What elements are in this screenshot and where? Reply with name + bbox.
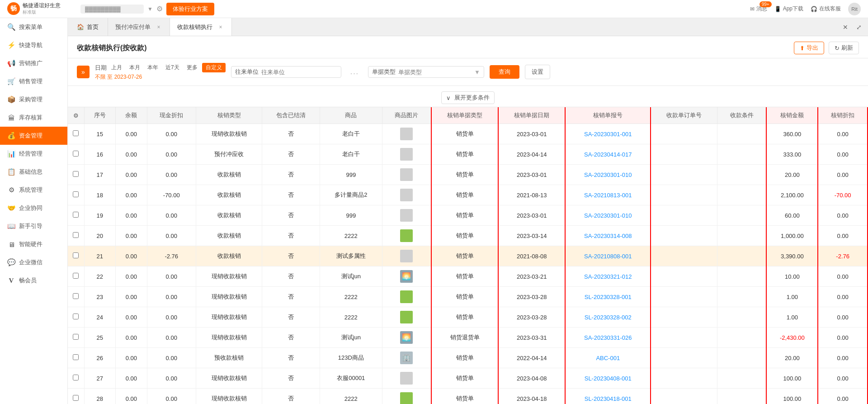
sidebar-item-search[interactable]: 🔍 搜索菜单 — [0, 18, 67, 36]
voucher-type-input[interactable] — [398, 69, 474, 76]
sidebar-item-system[interactable]: ⚙ 系统管理 — [0, 181, 67, 199]
row-checkbox[interactable] — [73, 191, 79, 197]
tab-verify-close[interactable]: × — [217, 24, 224, 31]
sidebar-item-sales[interactable]: 🛒 销售管理 — [0, 72, 67, 90]
doc-no-link[interactable]: SA-20230414-017 — [584, 151, 632, 158]
row-checkbox[interactable] — [73, 375, 79, 380]
doc-no-link[interactable]: SL-20230328-001 — [585, 294, 632, 300]
sidebar-item-guide[interactable]: 📖 新手引导 — [0, 217, 67, 235]
industry-btn[interactable]: 体验行业方案 — [166, 3, 214, 15]
page-content: 收款核销执行(按收款) ⬆ 导出 ↻ 刷新 » — [68, 36, 868, 404]
data-table: ⚙ 序号 余额 现金折扣 核销类型 包含已结清 商品 商品图片 核销单据类型 核… — [68, 107, 868, 404]
expand-more-btn[interactable]: ∨ 展开更多条件 — [441, 91, 495, 104]
date-opt-thisyear[interactable]: 本年 — [145, 63, 161, 72]
cell-gear[interactable] — [68, 226, 84, 246]
cell-gear[interactable] — [68, 185, 84, 205]
company-name[interactable]: ▓▓▓▓▓▓▓▓▓ — [80, 5, 144, 14]
doc-no-link[interactable]: ABC-001 — [596, 355, 620, 361]
sidebar-label-finance: 资金管理 — [19, 132, 42, 140]
row-checkbox[interactable] — [73, 130, 79, 136]
doc-no-link[interactable]: SA-20210813-001 — [584, 192, 632, 199]
partner-input[interactable] — [261, 69, 337, 76]
date-opt-custom[interactable]: 自定义 — [202, 63, 226, 72]
doc-no-link[interactable]: SA-20230301-010 — [584, 212, 632, 219]
gear-icon[interactable]: ⚙ — [156, 5, 163, 13]
date-opt-more[interactable]: 更多 — [184, 63, 200, 72]
row-checkbox[interactable] — [73, 395, 79, 401]
cell-product-img — [382, 287, 431, 307]
row-checkbox[interactable] — [73, 212, 79, 218]
tab-close-all-btn[interactable]: ✕ — [840, 22, 851, 33]
cell-verify-type: 现销收款核销 — [196, 307, 262, 328]
refresh-button[interactable]: ↻ 刷新 — [829, 42, 859, 54]
export-button[interactable]: ⬆ 导出 — [794, 42, 824, 54]
avatar[interactable]: Rit — [848, 3, 861, 15]
cell-gear[interactable] — [68, 389, 84, 404]
logo-icon: 畅 — [7, 2, 20, 15]
doc-no-link[interactable]: SL-20230408-001 — [585, 375, 632, 382]
cell-verify-amount: 1.00 — [766, 287, 818, 307]
dropdown-icon[interactable]: ▼ — [147, 6, 153, 12]
doc-no-link[interactable]: SL-20230418-001 — [585, 395, 632, 402]
sidebar-item-inventory[interactable]: 🏛 库存核算 — [0, 109, 67, 127]
cell-gear[interactable] — [68, 307, 84, 328]
sidebar-item-quicknav[interactable]: ⚡ 快捷导航 — [0, 36, 67, 54]
cell-gear[interactable] — [68, 165, 84, 185]
sidebar-item-basic[interactable]: 📋 基础信息 — [0, 163, 67, 181]
row-checkbox[interactable] — [73, 334, 79, 340]
sidebar-item-operations[interactable]: 📊 经营管理 — [0, 145, 67, 163]
doc-no-link[interactable]: SA-20230331-026 — [584, 334, 632, 341]
sidebar-item-marketing[interactable]: 📢 营销推广 — [0, 54, 67, 72]
doc-no-link[interactable]: SA-20230314-008 — [584, 233, 632, 239]
tab-prepay-close[interactable]: × — [155, 24, 162, 31]
table-area[interactable]: ⚙ 序号 余额 现金折扣 核销类型 包含已结清 商品 商品图片 核销单据类型 核… — [68, 107, 868, 404]
doc-no-link[interactable]: SA-20230321-012 — [584, 273, 632, 280]
tab-home[interactable]: 🏠 首页 — [68, 18, 108, 36]
cell-gear[interactable] — [68, 205, 84, 226]
sidebar-item-collab[interactable]: 🤝 企业协同 — [0, 199, 67, 217]
row-checkbox[interactable] — [73, 314, 79, 319]
cell-gear[interactable] — [68, 368, 84, 389]
message-btn[interactable]: ✉ 消息 99+ — [750, 5, 767, 13]
row-checkbox[interactable] — [73, 252, 79, 258]
row-checkbox[interactable] — [73, 232, 79, 238]
cell-receipt-condition — [717, 144, 767, 165]
row-checkbox[interactable] — [73, 293, 79, 299]
sidebar-item-purchase[interactable]: 📦 采购管理 — [0, 90, 67, 109]
tab-prepay[interactable]: 预付冲应付单 × — [108, 18, 170, 36]
query-button[interactable]: 查询 — [490, 65, 519, 79]
settings-button[interactable]: 设置 — [525, 65, 550, 79]
row-checkbox[interactable] — [73, 171, 79, 177]
row-checkbox[interactable] — [73, 354, 79, 360]
date-opt-thismonth[interactable]: 本月 — [127, 63, 143, 72]
doc-no-link[interactable]: SA-20230301-001 — [584, 131, 632, 138]
filter-expand-arrow[interactable]: » — [77, 66, 90, 78]
cell-gear[interactable] — [68, 328, 84, 348]
date-opt-7days[interactable]: 近7天 — [163, 63, 182, 72]
tab-expand-btn[interactable]: ⤢ — [854, 22, 864, 33]
cell-gear[interactable] — [68, 124, 84, 144]
cell-gear[interactable] — [68, 246, 84, 266]
sidebar-item-finance[interactable]: 💰 资金管理 — [0, 127, 67, 145]
online-service-btn[interactable]: 🎧 在线客服 — [811, 5, 841, 13]
cell-gear[interactable] — [68, 144, 84, 165]
cell-product-img — [382, 307, 431, 328]
cell-product-img — [382, 246, 431, 266]
cell-cash-discount: 0.00 — [147, 205, 196, 226]
voucher-type-dropdown-icon[interactable]: ▼ — [474, 69, 480, 76]
row-checkbox[interactable] — [73, 151, 79, 157]
cell-gear[interactable] — [68, 348, 84, 368]
col-gear[interactable]: ⚙ — [68, 107, 84, 124]
sidebar-item-member[interactable]: V 畅会员 — [0, 271, 67, 290]
tab-verify[interactable]: 收款核销执行 × — [170, 18, 232, 36]
cell-gear[interactable] — [68, 266, 84, 287]
doc-no-link[interactable]: SL-20230328-002 — [585, 314, 632, 321]
app-download-btn[interactable]: 📱 App下载 — [774, 5, 803, 13]
date-opt-lastmonth[interactable]: 上月 — [108, 63, 125, 72]
row-checkbox[interactable] — [73, 273, 79, 279]
doc-no-link[interactable]: SA-20230301-010 — [584, 171, 632, 178]
sidebar-item-wechat[interactable]: 💬 企业微信 — [0, 253, 67, 271]
sidebar-item-hardware[interactable]: 🖥 智能硬件 — [0, 235, 67, 253]
cell-gear[interactable] — [68, 287, 84, 307]
doc-no-link[interactable]: SA-20210808-001 — [584, 253, 632, 260]
